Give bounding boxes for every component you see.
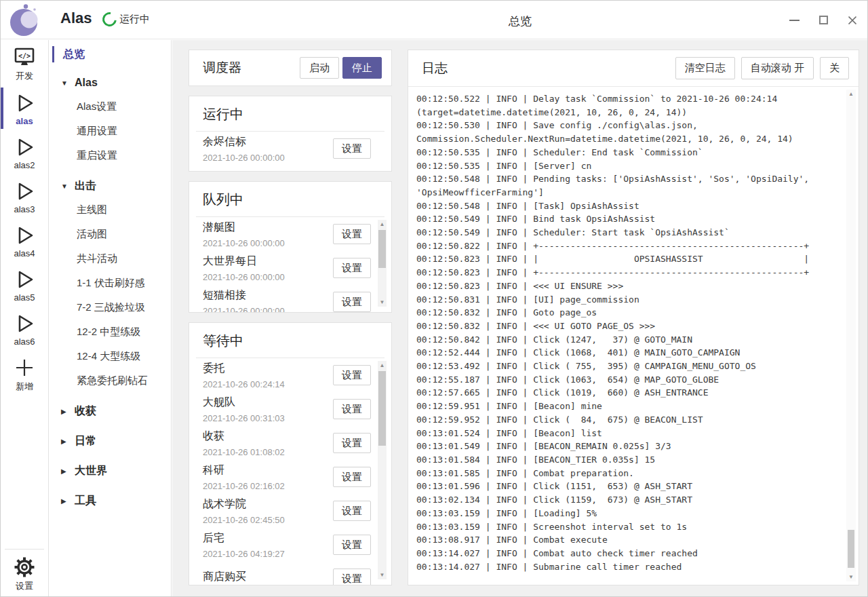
menu-item-label: 主线图 [77,204,107,216]
task-setting-button[interactable]: 设置 [333,258,371,279]
task-name: 潜艇图 [203,220,285,235]
clear-log-button[interactable]: 清空日志 [675,57,735,79]
log-line: 00:12:50.831 | INFO | [UI] page_commissi… [416,293,844,307]
menu-group-工具[interactable]: ▶工具 [50,489,171,512]
rail-item-alas4[interactable]: alas4 [1,218,48,263]
log-line: 00:13:14.027 | INFO | Combat auto check … [416,547,844,560]
autoscroll-off-button[interactable]: 关 [820,57,849,79]
log-line: 00:12:52.444 | INFO | Click (1068, 401) … [416,346,844,360]
chevron-right-icon: ▶ [61,467,69,475]
menu-item-7-2 三战捡垃圾[interactable]: 7-2 三战捡垃圾 [50,295,171,320]
menu-item-活动图[interactable]: 活动图 [50,222,171,246]
waiting-scrollbar-thumb[interactable] [378,371,386,446]
rail-item-settings[interactable]: 设置 [5,549,44,592]
app-window: Alas 运行中 总览 </>开发alasalas2alas3alas4alas… [0,0,868,597]
menu-item-12-4 大型练级[interactable]: 12-4 大型练级 [50,344,171,368]
rail-item-label: alas4 [14,248,35,258]
menu-item-通用设置[interactable]: 通用设置 [50,119,171,143]
log-line: 00:12:50.842 | INFO | Click (1247, 37) @… [416,333,844,347]
scroll-up-icon[interactable]: ▲ [378,361,387,370]
rail-item-label: 设置 [16,580,33,592]
scheduler-stop-button[interactable]: 停止 [342,57,382,79]
top-bar: Alas 运行中 总览 [1,1,868,39]
menu-item-共斗活动[interactable]: 共斗活动 [50,246,171,271]
log-line: Commission.Scheduler.NextRun=datetime.da… [416,132,844,146]
task-info: 委托2021-10-26 00:24:14 [203,362,285,389]
task-setting-button[interactable]: 设置 [333,399,371,420]
menu-group-日常[interactable]: ▶日常 [50,429,171,452]
menu-group-大世界[interactable]: ▶大世界 [50,459,171,482]
menu-item-label: 1-1 伏击刷好感 [77,277,145,290]
maximize-button[interactable] [818,15,829,26]
log-scrollbar-thumb[interactable] [848,530,854,568]
log-line: 00:13:08.917 | INFO | Combat execute [416,533,844,547]
play-icon [12,223,37,248]
task-name: 收获 [203,429,285,444]
minimize-button[interactable] [789,15,800,26]
menu-item-label: Alas设置 [77,100,117,113]
menu-item-12-2 中型练级[interactable]: 12-2 中型练级 [50,320,171,344]
rail-item-add[interactable]: 新增 [1,351,48,397]
menu-group-收获[interactable]: ▶收获 [50,400,171,423]
rail-item-alas6[interactable]: alas6 [1,307,48,351]
task-setting-button[interactable]: 设置 [333,138,371,159]
maximize-icon [819,16,828,24]
task-setting-button[interactable]: 设置 [333,467,371,488]
rail-item-alas[interactable]: alas [1,86,48,130]
menu-item-重启设置[interactable]: 重启设置 [50,143,171,168]
menu-item-Alas设置[interactable]: Alas设置 [50,94,171,119]
menu-group-label: 大世界 [75,464,107,478]
task-setting-button[interactable]: 设置 [333,501,371,522]
scroll-down-icon[interactable]: ▼ [378,571,387,579]
rail-item-dev[interactable]: </>开发 [1,40,48,86]
task-time: 2021-10-26 02:16:02 [203,481,285,491]
rail-item-alas2[interactable]: alas2 [1,130,48,174]
pending-scrollbar-thumb[interactable] [378,230,386,268]
task-setting-button[interactable]: 设置 [333,535,371,556]
scroll-up-icon[interactable]: ▲ [378,220,387,229]
log-title: 日志 [422,60,448,77]
menu-group-出击[interactable]: ▼出击 [50,174,171,197]
autoscroll-on-button[interactable]: 自动滚动 开 [741,57,814,79]
menu-item-总览[interactable]: 总览 [50,44,171,64]
task-setting-button[interactable]: 设置 [333,433,371,454]
chevron-right-icon: ▶ [61,408,69,415]
task-time: 2021-10-26 00:31:03 [203,413,285,423]
menu-group-label: 出击 [75,179,96,193]
log-scrollbar[interactable]: ▲ ▼ [846,90,856,581]
task-info: 收获2021-10-26 01:08:02 [203,429,285,457]
pending-scrollbar[interactable]: ▲ ▼ [378,220,387,307]
log-line: 00:12:50.823 | INFO | | OPSIASHASSIST | [416,252,844,266]
running-card: 运行中 余烬信标2021-10-26 00:00:00设置 [189,96,392,172]
log-line: 00:12:53.492 | INFO | Click ( 755, 395) … [416,360,844,373]
menu-item-1-1 伏击刷好感[interactable]: 1-1 伏击刷好感 [50,271,171,295]
scroll-down-icon[interactable]: ▼ [378,298,387,307]
play-icon [12,91,37,115]
menu-item-紧急委托刷钻石[interactable]: 紧急委托刷钻石 [50,368,171,393]
waiting-scrollbar[interactable]: ▲ ▼ [378,361,387,579]
log-line: 00:12:50.822 | INFO | +-----------------… [416,239,844,253]
chevron-down-icon: ▼ [61,79,69,87]
task-row: 余烬信标2021-10-26 00:00:00设置 [189,132,391,166]
task-setting-button[interactable]: 设置 [333,569,371,585]
scheduler-card: 调度器 启动 停止 [189,50,392,86]
rail-item-alas3[interactable]: alas3 [1,174,48,218]
rail-item-alas5[interactable]: alas5 [1,263,48,307]
task-setting-button[interactable]: 设置 [333,365,371,386]
close-button[interactable] [847,15,858,26]
log-line: 00:12:50.823 | INFO | +-----------------… [416,266,844,280]
task-setting-button[interactable]: 设置 [333,224,371,245]
log-line: 00:12:50.823 | INFO | <<< UI ENSURE >>> [416,280,844,293]
menu-group-Alas[interactable]: ▼Alas [50,71,171,94]
scroll-down-icon[interactable]: ▼ [846,573,856,581]
page-title: 总览 [172,14,868,29]
window-controls [789,1,858,39]
menu-item-主线图[interactable]: 主线图 [50,197,171,222]
log-line: 00:12:50.535 | INFO | [Server] cn [416,159,844,173]
task-setting-button[interactable]: 设置 [333,292,371,312]
log-line: 00:12:50.548 | INFO | [Task] OpsiAshAssi… [416,199,844,213]
scroll-up-icon[interactable]: ▲ [846,90,856,98]
log-line: 00:13:03.159 | INFO | Screenshot interva… [416,520,844,534]
scheduler-start-button[interactable]: 启动 [300,57,339,79]
play-icon [12,311,37,336]
